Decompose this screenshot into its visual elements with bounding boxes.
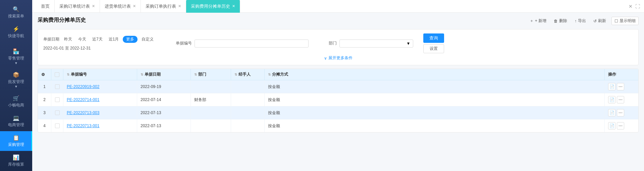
row-checkbox-input[interactable] bbox=[55, 97, 60, 102]
row-more-button[interactable]: ⋯ bbox=[617, 96, 624, 103]
close-icon[interactable]: ✕ bbox=[232, 4, 235, 8]
tab-home[interactable]: 首页 bbox=[36, 0, 55, 13]
settings-icon[interactable]: ⚙ bbox=[41, 72, 45, 77]
filter-tag-yesterday[interactable]: 昨天 bbox=[62, 36, 74, 43]
add-button[interactable]: ＋ + 新增 bbox=[528, 17, 548, 25]
row-actions: 📄 ⋯ bbox=[605, 119, 638, 132]
col-dept[interactable]: ⇅ 部门 bbox=[191, 69, 231, 80]
col-date-label: 单据日期 bbox=[145, 72, 161, 77]
tab-purchase-fee-history[interactable]: 采购费用分摊单历史 ✕ bbox=[186, 0, 240, 13]
row-handler bbox=[231, 106, 265, 119]
row-view-button[interactable]: 📄 bbox=[608, 109, 615, 116]
row-date: 2022-07-13 bbox=[137, 106, 191, 119]
row-checkbox-input[interactable] bbox=[55, 123, 60, 128]
close-all-icon[interactable]: ✕ bbox=[629, 4, 633, 9]
row-no: 4 bbox=[38, 119, 51, 132]
row-view-button[interactable]: 📄 bbox=[608, 96, 615, 103]
toolbar: ＋ + 新增 🗑 删除 ↑ 导出 ↺ 刷新 ☐ 显示明细 bbox=[528, 17, 639, 25]
row-doc-no[interactable]: PE-20220713-003 bbox=[63, 106, 137, 119]
tab-purchase-stat[interactable]: 采购订单统计表 ✕ bbox=[55, 0, 100, 13]
filter-buttons: 查询 设置 bbox=[423, 33, 444, 53]
sidebar-item-wholesale[interactable]: 📦 批发管理 ▼ bbox=[0, 68, 32, 92]
sort-icon: ⇅ bbox=[194, 73, 197, 76]
sidebar-item-ecommerce-small[interactable]: 🛒 小畅电商 bbox=[0, 92, 32, 111]
expand-more-button[interactable]: ∨ 展开更多条件 bbox=[324, 55, 353, 61]
col-checkbox bbox=[51, 69, 63, 80]
dept-select[interactable]: ▼ bbox=[339, 39, 413, 48]
sidebar-item-purchase[interactable]: 📋 采购管理 bbox=[0, 131, 32, 151]
filter-tag-custom[interactable]: 自定义 bbox=[140, 36, 156, 43]
chevron-down-icon: ∨ bbox=[324, 56, 327, 61]
col-handler[interactable]: ⇅ 经手人 bbox=[231, 69, 265, 80]
row-doc-no[interactable]: PE-20220714-001 bbox=[63, 93, 137, 106]
row-view-button[interactable]: 📄 bbox=[608, 122, 615, 130]
col-method-label: 分摊方式 bbox=[272, 72, 288, 77]
sidebar-item-label: 电商管理 bbox=[8, 122, 24, 128]
filter-tag-today[interactable]: 今天 bbox=[76, 36, 88, 43]
sidebar-item-inventory[interactable]: 📊 库存核算 bbox=[0, 151, 32, 171]
col-doc-no[interactable]: ⇅ 单据编号 bbox=[63, 69, 137, 80]
refresh-label: 刷新 bbox=[598, 18, 606, 24]
export-icon: ↑ bbox=[575, 19, 577, 23]
row-no: 2 bbox=[38, 93, 51, 106]
date-filter-top: 单据日期 昨天 今天 近7天 近1月 更多 自定义 bbox=[43, 36, 156, 43]
maximize-icon[interactable]: ⛶ bbox=[635, 4, 640, 9]
tab-bar: 首页 采购订单统计表 ✕ 进货单统计表 ✕ 采购订单执行表 ✕ 采购费用分摊单历… bbox=[32, 0, 644, 13]
row-checkbox-input[interactable] bbox=[55, 84, 60, 89]
row-view-button[interactable]: 📄 bbox=[608, 83, 615, 90]
sidebar-item-label: 库存核算 bbox=[8, 162, 24, 167]
col-method[interactable]: ⇅ 分摊方式 bbox=[265, 69, 605, 80]
row-checkbox bbox=[51, 93, 63, 106]
query-button[interactable]: 查询 bbox=[423, 33, 444, 43]
sidebar-item-nav[interactable]: ⚡ 快捷导航 bbox=[0, 22, 32, 42]
tab-goods-stat[interactable]: 进货单统计表 ✕ bbox=[100, 0, 141, 13]
tab-purchase-exec[interactable]: 采购订单执行表 ✕ bbox=[141, 0, 186, 13]
row-handler bbox=[231, 93, 265, 106]
filter-tag-7days[interactable]: 近7天 bbox=[90, 36, 105, 43]
refresh-icon: ↺ bbox=[593, 19, 597, 23]
filter-tag-1month[interactable]: 近1月 bbox=[107, 36, 121, 43]
doc-number-input[interactable] bbox=[195, 39, 309, 48]
row-doc-no[interactable]: PE-20220713-001 bbox=[63, 119, 137, 132]
row-checkbox-input[interactable] bbox=[55, 110, 60, 115]
delete-button[interactable]: 🗑 删除 bbox=[552, 17, 569, 25]
refresh-button[interactable]: ↺ 刷新 bbox=[591, 17, 608, 25]
date-filter-label: 单据日期 bbox=[43, 36, 59, 42]
row-checkbox bbox=[51, 119, 63, 132]
sidebar-item-search[interactable]: 🔍 搜索菜单 bbox=[0, 3, 32, 22]
row-more-button[interactable]: ⋯ bbox=[617, 83, 624, 90]
sidebar-item-label: 零售管理 bbox=[8, 56, 24, 61]
ecommerce-small-icon: 🛒 bbox=[13, 95, 19, 101]
show-columns-button[interactable]: ☐ 显示明细 bbox=[611, 17, 639, 25]
table-row: 2 PE-20220714-001 2022-07-14 财务部 按金额 📄 ⋯ bbox=[38, 93, 638, 106]
row-doc-no[interactable]: PE-20220919-002 bbox=[63, 80, 137, 93]
col-settings[interactable]: ⚙ bbox=[38, 69, 51, 80]
col-date[interactable]: ⇅ 单据日期 bbox=[137, 69, 191, 80]
sidebar-item-label: 快捷导航 bbox=[8, 33, 24, 39]
row-more-button[interactable]: ⋯ bbox=[617, 122, 624, 130]
sidebar-item-label: 采购管理 bbox=[8, 142, 24, 148]
checkbox-icon: ☐ bbox=[614, 19, 618, 23]
table-row: 1 PE-20220919-002 2022-09-19 按金额 📄 ⋯ bbox=[38, 80, 638, 93]
header-checkbox[interactable] bbox=[55, 72, 59, 77]
close-icon[interactable]: ✕ bbox=[133, 4, 136, 8]
setting-button[interactable]: 设置 bbox=[423, 44, 444, 53]
chevron-down-icon: ▼ bbox=[14, 61, 18, 65]
filter-tag-more[interactable]: 更多 bbox=[123, 36, 138, 43]
page-header-row: 采购费用分摊单历史 ＋ + 新增 🗑 删除 ↑ 导出 ↺ 刷新 bbox=[38, 17, 639, 28]
sidebar-item-retail[interactable]: 🏪 零售管理 ▼ bbox=[0, 45, 32, 68]
tab-label: 采购订单执行表 bbox=[146, 3, 176, 9]
export-button[interactable]: ↑ 导出 bbox=[573, 17, 588, 25]
chevron-down-icon: ▼ bbox=[406, 41, 410, 46]
delete-label: 删除 bbox=[559, 18, 567, 24]
sidebar-item-ecommerce[interactable]: 💻 电商管理 bbox=[0, 111, 32, 131]
dept-label: 部门 bbox=[329, 40, 337, 46]
close-icon[interactable]: ✕ bbox=[178, 4, 181, 8]
filter-row-1: 单据日期 昨天 今天 近7天 近1月 更多 自定义 2022-01-01 至 2… bbox=[43, 33, 633, 53]
nav-icon: ⚡ bbox=[13, 26, 19, 32]
row-no: 1 bbox=[38, 80, 51, 93]
retail-icon: 🏪 bbox=[13, 48, 19, 55]
close-icon[interactable]: ✕ bbox=[92, 4, 95, 8]
row-more-button[interactable]: ⋯ bbox=[617, 109, 624, 116]
page-content: 采购费用分摊单历史 ＋ + 新增 🗑 删除 ↑ 导出 ↺ 刷新 bbox=[32, 13, 644, 171]
